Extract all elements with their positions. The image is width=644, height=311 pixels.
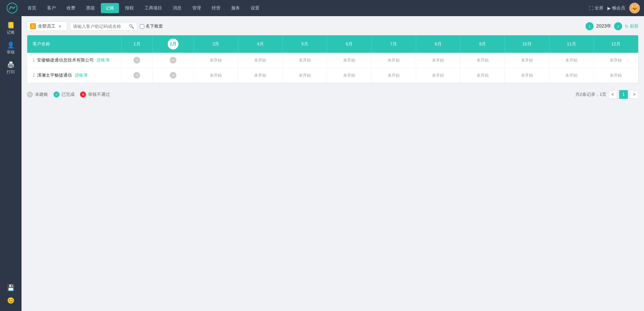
header-month-7: 7月 <box>371 35 416 53</box>
table-row: 2漯澜太平畅捷通信进账簿−−未开始未开始未开始未开始未开始未开始未开始未开始未开… <box>27 68 638 83</box>
header-month-2: 2月 <box>153 35 194 53</box>
not-started-label: 未开始 <box>299 58 311 63</box>
client-name: 安徽畅捷通信息技术有限公司 <box>37 57 94 63</box>
not-started-label: 未开始 <box>254 73 266 78</box>
legend-not-built-label: 未建账 <box>35 91 48 98</box>
header-month-6: 6月 <box>327 35 371 53</box>
nav-business[interactable]: 工商项目 <box>140 3 167 13</box>
header-month-1: 1月 <box>121 35 153 53</box>
current-page-button[interactable]: 1 <box>619 90 628 99</box>
month-cell-6[interactable]: 未开始 <box>327 68 371 83</box>
not-started-label: 未开始 <box>432 58 444 63</box>
prev-page-button[interactable]: < <box>608 90 617 99</box>
month-cell-8[interactable]: 未开始 <box>416 68 460 83</box>
not-started-label: 未开始 <box>343 73 355 78</box>
month-cell-8[interactable]: 未开始 <box>416 53 460 68</box>
my-accounts-checkbox[interactable]: 名下账套 <box>140 23 163 29</box>
month-cell-1[interactable]: − <box>121 68 153 83</box>
employee-select[interactable]: 人 全部员工 ▾ <box>27 22 67 31</box>
enter-ledger-link[interactable]: 进账簿 <box>75 73 88 78</box>
chevron-down-icon: ▾ <box>59 24 61 29</box>
sidebar-item-bookkeeping[interactable]: 📒 记账 <box>0 19 22 39</box>
refresh-icon: ↻ <box>625 24 629 29</box>
bookkeeping-icon: 📒 <box>7 22 14 28</box>
nav-settings[interactable]: 设置 <box>246 3 264 13</box>
sidebar-label-print: 打印 <box>7 69 15 75</box>
refresh-button[interactable]: ↻ 刷新 <box>625 23 639 29</box>
sidebar-item-audit[interactable]: 👤 审核 <box>0 39 22 59</box>
avatar[interactable]: 🐱 <box>629 3 640 13</box>
month-cell-3[interactable]: 未开始 <box>194 53 238 68</box>
table-body: 1安徽畅捷通信息技术有限公司进账簿−−未开始未开始未开始未开始未开始未开始未开始… <box>27 53 638 83</box>
not-started-label: 未开始 <box>565 73 577 78</box>
search-input[interactable] <box>73 24 127 29</box>
next-page-button[interactable]: > <box>630 90 639 99</box>
month-cell-4[interactable]: 未开始 <box>238 68 282 83</box>
status-dash-icon: − <box>170 72 176 79</box>
my-accounts-label: 名下账套 <box>146 23 163 29</box>
nav-message[interactable]: 消息 <box>168 3 186 13</box>
user-icon: 😊 <box>7 298 14 304</box>
nav-manage[interactable]: 管理 <box>188 3 206 13</box>
search-icon[interactable]: 🔍 <box>129 24 134 29</box>
nav-service[interactable]: 服务 <box>227 3 245 13</box>
month-cell-1[interactable]: − <box>121 53 153 68</box>
nav-tax[interactable]: 报税 <box>120 3 138 13</box>
legend-completed-label: 已完成 <box>62 91 75 98</box>
nav-invoice[interactable]: 票据 <box>81 3 99 13</box>
not-started-label: 未开始 <box>610 73 622 78</box>
month-cell-3[interactable]: 未开始 <box>194 68 238 83</box>
month-cell-9[interactable]: 未开始 <box>460 53 505 68</box>
nav-operation[interactable]: 经营 <box>207 3 225 13</box>
completed-icon: ✓ <box>53 91 59 98</box>
month-cell-11[interactable]: 未开始 <box>549 68 594 83</box>
fullscreen-button[interactable]: ⛶ 全屏 <box>589 5 603 11</box>
next-year-button[interactable]: › <box>614 22 622 30</box>
not-started-label: 未开始 <box>432 73 444 78</box>
month-cell-2[interactable]: − <box>153 53 194 68</box>
sidebar-item-user[interactable]: 😊 <box>7 294 14 307</box>
toolbar: 人 全部员工 ▾ 🔍 名下账套 ‹ 2023年 › ↻ 刷新 <box>27 22 639 31</box>
month-cell-7[interactable]: 未开始 <box>371 53 416 68</box>
vip-label: 畅会员 <box>612 5 625 11</box>
not-built-icon: − <box>27 91 33 98</box>
client-name-cell: 2漯澜太平畅捷通信进账簿 <box>27 68 121 83</box>
refresh-label: 刷新 <box>630 23 639 29</box>
enter-ledger-link[interactable]: 进账簿 <box>96 57 110 63</box>
nav-items: 首页 客户 收费 票据 记账 报税 工商项目 消息 管理 经营 服务 设置 <box>23 3 589 13</box>
month-cell-7[interactable]: 未开始 <box>371 68 416 83</box>
vip-icon: ▶ <box>607 6 611 11</box>
month-cell-9[interactable]: 未开始 <box>460 68 505 83</box>
nav-home[interactable]: 首页 <box>23 3 41 13</box>
bookkeeping-table: 客户名称 1月 2月 3月 4月 <box>27 35 638 83</box>
sidebar: 📒 记账 👤 审核 🖨️ 打印 💾 😊 <box>0 16 22 311</box>
vip-button[interactable]: ▶ 畅会员 <box>607 5 625 11</box>
logo <box>4 3 20 13</box>
sidebar-item-download[interactable]: 💾 <box>7 281 14 294</box>
legend-rejected: ✕ 审核不通过 <box>80 91 110 98</box>
month-cell-4[interactable]: 未开始 <box>238 53 282 68</box>
my-accounts-check-input[interactable] <box>140 24 144 29</box>
nav-bookkeeping[interactable]: 记账 <box>101 3 119 13</box>
month-cell-2[interactable]: − <box>153 68 194 83</box>
employee-select-text: 全部员工 <box>38 23 55 29</box>
header-month-12: 12月 <box>594 35 638 53</box>
legend-completed: ✓ 已完成 <box>53 91 75 98</box>
not-started-label: 未开始 <box>254 58 266 63</box>
sidebar-item-print[interactable]: 🖨️ 打印 <box>0 59 22 78</box>
legend-rejected-label: 审核不通过 <box>88 91 110 98</box>
audit-icon: 👤 <box>7 42 14 48</box>
month-cell-10[interactable]: 未开始 <box>505 53 549 68</box>
month-cell-5[interactable]: 未开始 <box>283 53 327 68</box>
fullscreen-label: 全屏 <box>595 5 603 11</box>
month-cell-11[interactable]: 未开始 <box>549 53 594 68</box>
prev-year-button[interactable]: ‹ <box>586 22 594 30</box>
month-cell-10[interactable]: 未开始 <box>505 68 549 83</box>
nav-client[interactable]: 客户 <box>42 3 61 13</box>
month-cell-5[interactable]: 未开始 <box>283 68 327 83</box>
month-cell-6[interactable]: 未开始 <box>327 53 371 68</box>
month-cell-12[interactable]: 未开始 <box>594 68 638 83</box>
nav-fee[interactable]: 收费 <box>62 3 80 13</box>
table-scroll[interactable]: 客户名称 1月 2月 3月 4月 <box>27 35 638 83</box>
month-cell-12[interactable]: 未开始 <box>594 53 638 68</box>
